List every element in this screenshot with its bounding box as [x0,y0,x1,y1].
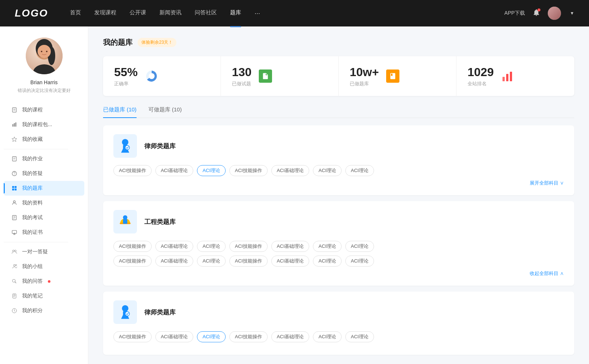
tab-available[interactable]: 可做题库 (10) [148,106,182,118]
page-title: 我的题库 [103,38,133,47]
app-download-button[interactable]: APP下载 [504,10,525,17]
tag-lawyer2-3[interactable]: ACI技能操作 [229,331,268,342]
svg-point-30 [13,250,14,252]
qbank-section-lawyer-1: 律师类题库 ACI技能操作 ACI基础理论 ACI理论 ACI技能操作 ACI基… [103,125,574,195]
sidebar-item-course-packages[interactable]: 我的课程包... [4,117,84,132]
tag-lawyer-1-4[interactable]: ACI基础理论 [271,165,310,176]
nav-discover[interactable]: 发现课程 [94,9,116,18]
sidebar-label-tutor: 一对一答疑 [22,249,48,255]
sidebar-divider-2 [4,242,68,242]
qbank-title-lawyer-1: 律师类题库 [144,142,176,150]
collapse-link-engineer[interactable]: 收起全部科目 ∧ [113,270,564,277]
tag-lawyer2-5[interactable]: ACI理论 [313,331,342,342]
svg-rect-20 [15,186,17,188]
tag-lawyer2-2[interactable]: ACI理论 [197,331,226,342]
sidebar-item-notes[interactable]: 我的笔记 [4,289,84,303]
stat-ranking: 1029 全站排名 [456,56,574,96]
tag-lawyer2-0[interactable]: ACI技能操作 [113,331,152,342]
sidebar-label-my-courses: 我的课程 [22,107,43,113]
book-icon [386,69,399,83]
tab-done[interactable]: 已做题库 (10) [103,106,137,118]
sidebar-item-questions[interactable]: 我的问答 [4,274,84,289]
sidebar-label-favorites: 我的收藏 [22,136,43,143]
avatar[interactable] [548,7,561,20]
stat-info-done-banks: 10w+ 已做题库 [350,65,379,87]
tag-lawyer2-6[interactable]: ACI理论 [345,331,374,342]
grid-icon [11,185,18,192]
nav-home[interactable]: 首页 [70,9,81,18]
group-icon [11,263,18,270]
svg-rect-46 [123,219,127,224]
svg-rect-21 [12,189,14,190]
tag-lawyer-1-1[interactable]: ACI基础理论 [155,165,194,176]
sidebar-label-groups: 我的小组 [22,263,43,270]
done-banks-icon-wrap [385,69,400,83]
sidebar-label-certificate: 我的证书 [22,229,43,236]
nav-qbank[interactable]: 题库 [230,9,241,18]
page-header: 我的题库 体验剩余23天！ [103,38,574,47]
svg-rect-7 [13,108,17,112]
svg-marker-13 [12,137,17,142]
sidebar-item-groups[interactable]: 我的小组 [4,259,84,274]
certificate-icon [11,229,18,236]
tag-eng-6[interactable]: ACI理论 [345,241,374,252]
profile-name: Brian Harris [31,79,58,85]
svg-point-32 [14,264,15,266]
tag-eng-3[interactable]: ACI技能操作 [229,241,268,252]
tag-eng-2[interactable]: ACI理论 [197,241,226,252]
nav-news[interactable]: 新闻资讯 [159,9,181,18]
sidebar-item-profile[interactable]: 我的资料 [4,196,84,210]
tag-lawyer2-1[interactable]: ACI基础理论 [155,331,194,342]
tag-eng2-3[interactable]: ACI技能操作 [229,256,268,267]
tag-eng2-1[interactable]: ACI基础理论 [155,256,194,267]
notes-icon [11,293,18,299]
star-icon [11,136,18,143]
tag-lawyer-1-3[interactable]: ACI技能操作 [229,165,268,176]
svg-point-18 [14,175,14,175]
sidebar-item-qbank[interactable]: 我的题库 [4,181,84,196]
tag-eng2-2[interactable]: ACI理论 [197,256,226,267]
tag-eng2-6[interactable]: ACI理论 [345,256,374,267]
svg-rect-40 [510,72,512,81]
nav-qa[interactable]: 问答社区 [195,9,217,18]
nav-opencourse[interactable]: 公开课 [130,9,146,18]
sidebar: Brian Harris 错误的决定比没有决定要好 我的课程 我的课程包... [0,26,88,364]
tag-eng-4[interactable]: ACI基础理论 [271,241,310,252]
sidebar-item-my-courses[interactable]: 我的课程 [4,103,84,117]
sidebar-item-exam[interactable]: 我的考试 [4,210,84,225]
nav-more[interactable]: ··· [254,10,260,17]
stat-info-correctness: 55% 正确率 [114,65,138,87]
svg-point-47 [122,305,128,312]
ranking-chart-icon [501,69,514,83]
sidebar-item-certificate[interactable]: 我的证书 [4,225,84,240]
tag-eng2-0[interactable]: ACI技能操作 [113,256,152,267]
sidebar-item-points[interactable]: 我的积分 [4,303,84,318]
tag-eng2-4[interactable]: ACI基础理论 [271,256,310,267]
svg-point-4 [38,45,51,58]
sidebar-item-homework[interactable]: 我的作业 [4,151,84,166]
sidebar-item-favorites[interactable]: 我的收藏 [4,132,84,147]
tag-lawyer-1-5[interactable]: ACI理论 [313,165,342,176]
tag-eng-1[interactable]: ACI基础理论 [155,241,194,252]
expand-link-lawyer-1[interactable]: 展开全部科目 ∨ [113,180,564,186]
logo[interactable]: LOGO [15,7,48,19]
stat-info-ranking: 1029 全站排名 [468,65,494,87]
svg-point-33 [15,264,17,265]
svg-point-37 [149,73,155,79]
tag-lawyer-1-2[interactable]: ACI理论 [197,165,226,176]
questions-notification-dot [48,280,50,283]
tag-eng2-5[interactable]: ACI理论 [313,256,342,267]
avatar-dropdown-arrow[interactable]: ▼ [570,11,574,16]
tag-lawyer2-4[interactable]: ACI基础理论 [271,331,310,342]
svg-rect-38 [502,77,505,81]
sidebar-item-qa[interactable]: 我的答疑 [4,166,84,181]
homework-icon [11,156,18,162]
qbank-section-lawyer-2: 律师类题库 ACI技能操作 ACI基础理论 ACI理论 ACI技能操作 ACI基… [103,292,574,355]
tag-eng-0[interactable]: ACI技能操作 [113,241,152,252]
bell-button[interactable] [532,8,540,18]
tag-eng-5[interactable]: ACI理论 [313,241,342,252]
tag-lawyer-1-0[interactable]: ACI技能操作 [113,165,152,176]
tag-lawyer-1-6[interactable]: ACI理论 [345,165,374,176]
svg-point-43 [125,146,130,150]
sidebar-item-tutor[interactable]: 一对一答疑 [4,245,84,259]
